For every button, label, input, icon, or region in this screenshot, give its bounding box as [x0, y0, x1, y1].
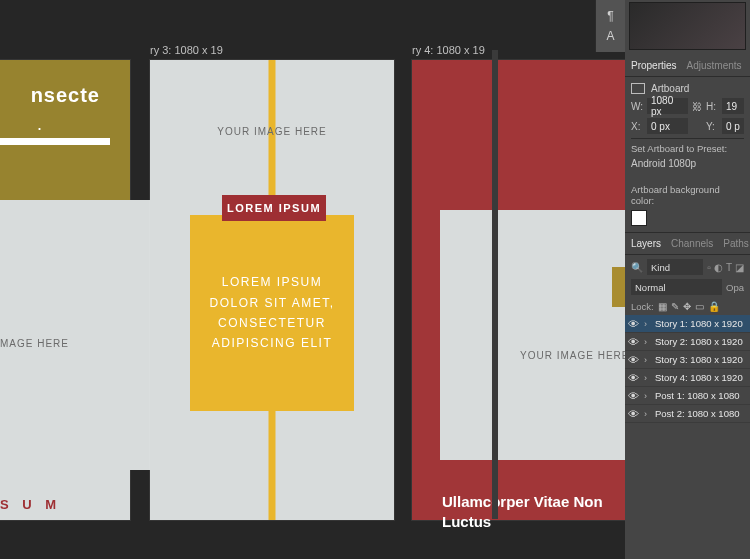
bg-color-swatch[interactable]	[631, 210, 647, 226]
layer-search-icon[interactable]: 🔍	[631, 262, 643, 273]
height-field[interactable]: 19	[722, 98, 744, 114]
layers-panel-tabs: Layers Channels Paths	[625, 232, 750, 255]
visibility-toggle[interactable]: 👁	[627, 318, 639, 330]
lock-pixels-icon[interactable]: ✎	[671, 301, 679, 312]
artboard-story-3[interactable]: YOUR IMAGE HERE LOREM IPSUM DOLOR SIT AM…	[150, 60, 394, 520]
navigator-thumbnail[interactable]	[629, 2, 746, 50]
footer-fragment: S U M	[0, 497, 61, 512]
twirl-icon[interactable]: ›	[644, 391, 650, 401]
filter-type-icon: T	[726, 262, 732, 273]
width-label: W:	[631, 101, 643, 112]
tab-adjustments[interactable]: Adjustments	[687, 60, 742, 71]
layer-item[interactable]: 👁› Story 3: 1080 x 1920	[625, 351, 750, 369]
layer-item[interactable]: 👁› Post 2: 1080 x 1080	[625, 405, 750, 423]
layer-list[interactable]: 👁› Story 1: 1080 x 1920 👁› Story 2: 1080…	[625, 315, 750, 559]
white-bar	[0, 138, 110, 145]
twirl-icon[interactable]: ›	[644, 373, 650, 383]
image-frame	[440, 210, 625, 460]
layer-item[interactable]: 👁› Post 1: 1080 x 1080	[625, 387, 750, 405]
layer-item[interactable]: 👁› Story 4: 1080 x 1920	[625, 369, 750, 387]
heading-fragment: nsecte	[31, 84, 100, 107]
preset-dropdown[interactable]: Android 1080p	[631, 158, 744, 176]
object-type-label: Artboard	[651, 83, 689, 94]
visibility-toggle[interactable]: 👁	[627, 390, 639, 402]
image-placeholder-label: YOUR IMAGE HERE	[520, 350, 625, 361]
artboard-title: Ullamcorper Vitae Non Luctus	[442, 492, 625, 533]
red-tag[interactable]: LOREM IPSUM	[222, 195, 326, 221]
y-field[interactable]: 0 p	[722, 118, 744, 134]
visibility-toggle[interactable]: 👁	[627, 354, 639, 366]
mini-tool-column[interactable]: ¶ A	[595, 0, 625, 52]
layer-filter-dropdown[interactable]: Kind	[647, 259, 703, 275]
layer-item[interactable]: 👁› Story 2: 1080 x 1920	[625, 333, 750, 351]
lock-position-icon[interactable]: ✥	[683, 301, 691, 312]
lock-all-icon[interactable]: 🔒	[708, 301, 720, 312]
filter-adjust-icon: ◐	[714, 262, 723, 273]
artboard-label-3[interactable]: ry 3: 1080 x 19	[150, 44, 223, 56]
layer-name[interactable]: Post 2: 1080 x 1080	[655, 408, 740, 419]
tab-properties[interactable]: Properties	[631, 60, 677, 71]
right-panel: Properties Adjustments Artboard W: 1080 …	[625, 0, 750, 559]
twirl-icon[interactable]: ›	[644, 355, 650, 365]
layer-name[interactable]: Story 4: 1080 x 1920	[655, 372, 743, 383]
layer-name[interactable]: Story 1: 1080 x 1920	[655, 318, 743, 329]
blend-mode-dropdown[interactable]: Normal	[631, 279, 722, 295]
tab-paths[interactable]: Paths	[723, 238, 749, 249]
gold-accent	[612, 267, 625, 307]
lock-transparent-icon[interactable]: ▦	[658, 301, 667, 312]
yellow-text-card[interactable]: LOREM IPSUM DOLOR SIT AMET, CONSECTETUR …	[190, 215, 354, 411]
opacity-label: Opa	[726, 282, 744, 293]
layer-item[interactable]: 👁› Story 1: 1080 x 1920	[625, 315, 750, 333]
width-field[interactable]: 1080 px	[647, 98, 688, 114]
image-placeholder-top: YOUR IMAGE HERE	[150, 126, 394, 137]
link-dimensions-icon[interactable]: ⛓	[692, 101, 702, 112]
layer-name[interactable]: Story 3: 1080 x 1920	[655, 354, 743, 365]
visibility-toggle[interactable]: 👁	[627, 336, 639, 348]
layer-name[interactable]: Story 2: 1080 x 1920	[655, 336, 743, 347]
glyphs-panel-icon[interactable]: A	[606, 30, 614, 42]
properties-panel: Artboard W: 1080 px ⛓ H: 19 X: 0 px Y: 0…	[625, 77, 750, 232]
twirl-icon[interactable]: ›	[644, 319, 650, 329]
layer-name[interactable]: Post 1: 1080 x 1080	[655, 390, 740, 401]
lock-label: Lock:	[631, 301, 654, 312]
x-field[interactable]: 0 px	[647, 118, 688, 134]
x-label: X:	[631, 121, 643, 132]
twirl-icon[interactable]: ›	[644, 337, 650, 347]
twirl-icon[interactable]: ›	[644, 409, 650, 419]
preset-label: Set Artboard to Preset:	[631, 143, 744, 154]
filter-shape-icon: ◪	[735, 262, 744, 273]
y-label: Y:	[706, 121, 718, 132]
artboard-label-4[interactable]: ry 4: 1080 x 19	[412, 44, 485, 56]
tab-layers[interactable]: Layers	[631, 238, 661, 249]
artboard-type-icon	[631, 83, 645, 94]
card-body-text: LOREM IPSUM DOLOR SIT AMET, CONSECTETUR …	[208, 272, 336, 354]
red-tag-label: LOREM IPSUM	[227, 202, 321, 214]
lock-artboard-icon[interactable]: ▭	[695, 301, 704, 312]
properties-panel-tabs: Properties Adjustments	[625, 56, 750, 77]
paragraph-panel-icon[interactable]: ¶	[607, 10, 613, 22]
filter-type-icons[interactable]: ▫◐T◪	[707, 262, 744, 273]
heading-dot: .	[37, 114, 42, 135]
tab-channels[interactable]: Channels	[671, 238, 713, 249]
filter-pixel-icon: ▫	[707, 262, 711, 273]
visibility-toggle[interactable]: 👁	[627, 372, 639, 384]
artboard-story-4[interactable]: YOUR IMAGE HERE Ullamcorper Vitae Non Lu…	[412, 60, 625, 520]
scrollbar-vertical[interactable]	[492, 50, 498, 519]
height-label: H:	[706, 101, 718, 112]
image-placeholder-label: MAGE HERE	[0, 338, 69, 349]
bg-color-label: Artboard background color:	[631, 184, 744, 206]
visibility-toggle[interactable]: 👁	[627, 408, 639, 420]
canvas-area[interactable]: nsecte . MAGE HERE S U M ry 3: 1080 x 19…	[0, 0, 625, 559]
artboard-story-2[interactable]: nsecte . MAGE HERE S U M	[0, 60, 130, 520]
